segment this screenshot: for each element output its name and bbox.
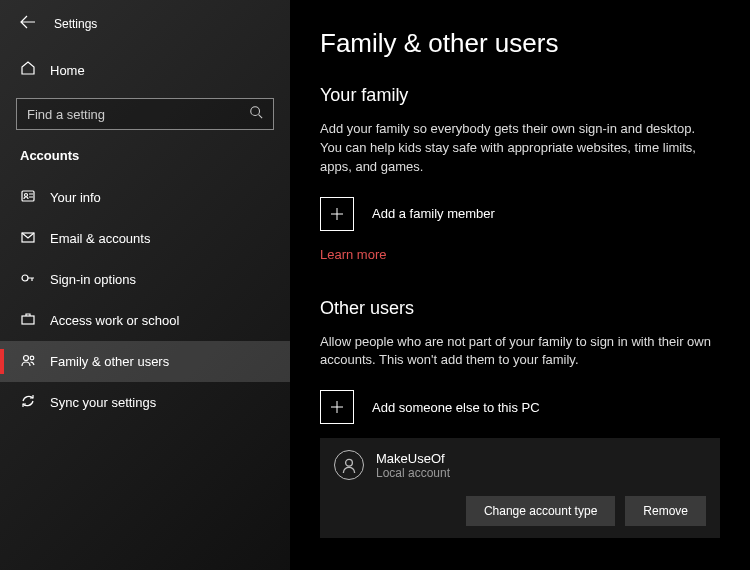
add-other-user-button[interactable]: Add someone else to this PC: [320, 390, 720, 424]
user-info-icon: [20, 188, 36, 207]
people-icon: [20, 352, 36, 371]
add-family-label: Add a family member: [372, 206, 495, 221]
page-title: Family & other users: [320, 28, 720, 59]
other-users-desc: Allow people who are not part of your fa…: [320, 333, 720, 371]
sidebar-item-sync-settings[interactable]: Sync your settings: [0, 382, 290, 423]
svg-point-0: [251, 107, 260, 116]
search-input[interactable]: [27, 107, 249, 122]
home-label: Home: [50, 63, 85, 78]
svg-rect-5: [22, 316, 34, 324]
sidebar-item-label: Your info: [50, 190, 101, 205]
home-icon: [20, 60, 36, 80]
search-wrap: [0, 90, 290, 148]
add-other-label: Add someone else to this PC: [372, 400, 540, 415]
svg-point-4: [22, 275, 28, 281]
user-card[interactable]: MakeUseOf Local account Change account t…: [320, 438, 720, 538]
search-icon: [249, 105, 263, 123]
back-arrow-icon[interactable]: [20, 14, 36, 34]
sidebar-section-header: Accounts: [0, 148, 290, 177]
remove-button[interactable]: Remove: [625, 496, 706, 526]
svg-point-2: [25, 194, 28, 197]
user-card-header: MakeUseOf Local account: [334, 450, 706, 480]
sidebar-item-label: Email & accounts: [50, 231, 150, 246]
sidebar-item-access-work-school[interactable]: Access work or school: [0, 300, 290, 341]
sidebar-item-label: Sign-in options: [50, 272, 136, 287]
family-heading: Your family: [320, 85, 720, 106]
svg-point-6: [24, 356, 29, 361]
main-content: Family & other users Your family Add you…: [290, 0, 750, 570]
learn-more-link[interactable]: Learn more: [320, 247, 386, 262]
svg-rect-1: [22, 191, 34, 201]
svg-point-8: [346, 460, 353, 467]
family-desc: Add your family so everybody gets their …: [320, 120, 720, 177]
sidebar-item-your-info[interactable]: Your info: [0, 177, 290, 218]
user-name: MakeUseOf: [376, 451, 450, 466]
topbar: Settings: [0, 8, 290, 50]
sidebar-item-label: Sync your settings: [50, 395, 156, 410]
sidebar-item-label: Access work or school: [50, 313, 179, 328]
user-type: Local account: [376, 466, 450, 480]
home-link[interactable]: Home: [0, 50, 290, 90]
other-users-heading: Other users: [320, 298, 720, 319]
key-icon: [20, 270, 36, 289]
search-box[interactable]: [16, 98, 274, 130]
mail-icon: [20, 229, 36, 248]
plus-icon: [320, 197, 354, 231]
sidebar: Settings Home Accounts Your info Email &…: [0, 0, 290, 570]
svg-point-7: [30, 356, 34, 360]
sidebar-item-email-accounts[interactable]: Email & accounts: [0, 218, 290, 259]
plus-icon: [320, 390, 354, 424]
sidebar-item-label: Family & other users: [50, 354, 169, 369]
avatar-icon: [334, 450, 364, 480]
briefcase-icon: [20, 311, 36, 330]
sidebar-item-family-other-users[interactable]: Family & other users: [0, 341, 290, 382]
sync-icon: [20, 393, 36, 412]
settings-title: Settings: [54, 17, 97, 31]
add-family-member-button[interactable]: Add a family member: [320, 197, 720, 231]
sidebar-item-signin-options[interactable]: Sign-in options: [0, 259, 290, 300]
change-account-type-button[interactable]: Change account type: [466, 496, 615, 526]
